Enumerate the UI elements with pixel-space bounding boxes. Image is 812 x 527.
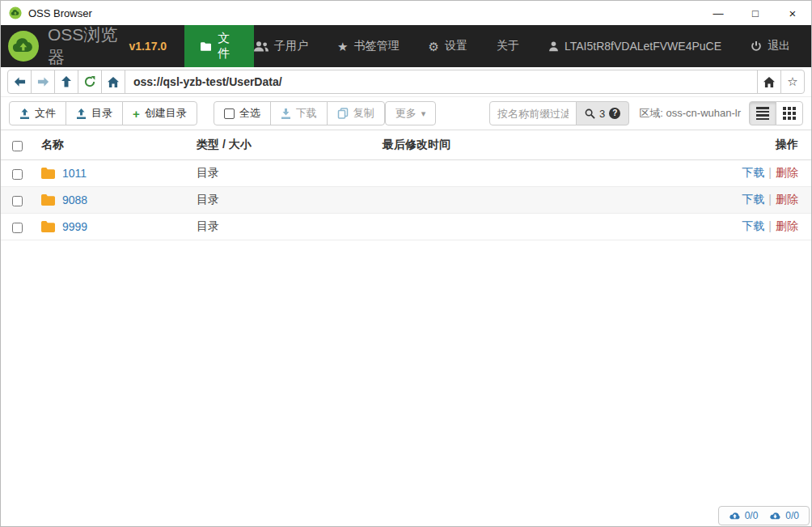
row-download-link[interactable]: 下载 — [742, 219, 764, 232]
select-all-button[interactable]: 全选 — [214, 101, 271, 125]
folder-icon — [201, 41, 211, 52]
action-separator: | — [768, 193, 772, 206]
column-header-name: 名称 — [35, 130, 190, 160]
address-bar: ☆ — [1, 67, 811, 97]
menu-item-account[interactable]: LTAI5tR8fVDALetFVWE4PuCE — [548, 40, 721, 53]
arrow-up-icon — [61, 76, 71, 87]
app-logo-icon — [9, 6, 22, 19]
brand-cloud-icon — [7, 30, 40, 62]
upload-dir-button[interactable]: 目录 — [66, 101, 123, 125]
menu-item-settings[interactable]: ⚙ 设置 — [429, 39, 467, 53]
bookmark-button[interactable]: ☆ — [780, 70, 805, 94]
help-icon: ? — [609, 108, 620, 119]
upload-icon — [76, 108, 87, 119]
back-button[interactable] — [7, 70, 32, 94]
plus-icon: + — [133, 108, 140, 120]
row-delete-link[interactable]: 删除 — [776, 166, 798, 179]
arrow-left-icon — [14, 77, 26, 87]
action-separator: | — [768, 166, 772, 179]
menu-item-subusers[interactable]: 子用户 — [254, 39, 308, 53]
menu-item-label: 退出 — [768, 39, 790, 53]
create-dir-button[interactable]: + 创建目录 — [122, 101, 197, 125]
download-tasks-chip[interactable]: 0/0 — [769, 510, 799, 521]
download-icon — [281, 108, 291, 119]
cloud-download-icon — [769, 512, 781, 521]
table-header-row: 名称 类型 / 大小 最后修改时间 操作 — [1, 130, 811, 160]
list-view-button[interactable] — [749, 101, 776, 125]
upload-dir-label: 目录 — [91, 106, 112, 121]
chevron-down-icon: ▾ — [421, 108, 426, 119]
dir-link[interactable]: 9088 — [62, 193, 87, 206]
modified-cell — [376, 160, 690, 187]
row-download-link[interactable]: 下载 — [742, 193, 764, 206]
filter-group: 3 ? — [489, 101, 629, 125]
menu-item-label: 关于 — [497, 39, 519, 53]
upload-tasks-chip[interactable]: 0/0 — [729, 510, 759, 521]
selection-button-group: 全选 下载 复制 — [214, 101, 385, 125]
more-button[interactable]: 更多 ▾ — [385, 101, 437, 125]
download-tasks-count: 0/0 — [785, 510, 799, 521]
tab-files[interactable]: 文件 — [184, 25, 254, 67]
menu-item-label: LTAI5tR8fVDALetFVWE4PuCE — [565, 40, 721, 53]
maximize-button[interactable]: □ — [737, 1, 774, 25]
upload-file-label: 文件 — [35, 106, 56, 121]
copy-button[interactable]: 复制 — [327, 101, 385, 125]
forward-button[interactable] — [31, 70, 55, 94]
table-row: 1011 目录 下载|删除 — [1, 160, 811, 187]
window-title: OSS Browser — [28, 7, 92, 19]
dir-link[interactable]: 1011 — [62, 167, 87, 180]
search-icon — [585, 108, 595, 119]
table-row: 9999 目录 下载|删除 — [1, 214, 811, 240]
menu-item-about[interactable]: 关于 — [497, 39, 519, 53]
tab-files-label: 文件 — [218, 31, 238, 62]
file-table: 名称 类型 / 大小 最后修改时间 操作 1011 目录 下载|删除 9088 — [1, 130, 811, 240]
action-separator: | — [768, 219, 772, 232]
navbar: OSS浏览器 v1.17.0 文件 子用户 ★ 书签管理 ⚙ 设置 关于 — [1, 25, 811, 67]
grid-view-button[interactable] — [776, 101, 803, 125]
folder-icon — [41, 221, 55, 232]
menu-item-label: 书签管理 — [354, 39, 400, 53]
create-dir-label: 创建目录 — [145, 106, 187, 121]
copy-label: 复制 — [353, 106, 374, 121]
modified-cell — [376, 187, 690, 214]
select-all-checkbox[interactable] — [12, 141, 23, 151]
download-button[interactable]: 下载 — [270, 101, 328, 125]
up-button[interactable] — [54, 70, 78, 94]
column-header-actions: 操作 — [690, 130, 811, 160]
power-icon — [751, 40, 762, 52]
upload-file-button[interactable]: 文件 — [9, 101, 66, 125]
arrow-right-icon — [37, 77, 49, 87]
refresh-button[interactable] — [78, 70, 102, 94]
filter-input[interactable] — [489, 101, 577, 125]
search-button[interactable]: 3 ? — [576, 101, 629, 125]
type-cell: 目录 — [190, 160, 376, 187]
menu-item-label: 设置 — [445, 39, 467, 53]
column-header-modified: 最后修改时间 — [376, 130, 690, 160]
row-checkbox[interactable] — [12, 196, 23, 206]
star-outline-icon: ☆ — [787, 74, 797, 89]
row-delete-link[interactable]: 删除 — [776, 219, 798, 232]
minimize-button[interactable]: — — [700, 1, 737, 25]
close-button[interactable]: × — [774, 1, 811, 25]
row-delete-link[interactable]: 删除 — [776, 193, 798, 206]
menu-item-bookmarks[interactable]: ★ 书签管理 — [337, 39, 399, 53]
row-download-link[interactable]: 下载 — [742, 166, 764, 179]
goto-root-button[interactable] — [757, 70, 781, 94]
home-button[interactable] — [101, 70, 125, 94]
search-count: 3 — [599, 108, 605, 120]
navbar-menu: 子用户 ★ 书签管理 ⚙ 设置 关于 LTAI5tR8fVDALetFVWE4P… — [254, 39, 811, 53]
row-checkbox[interactable] — [12, 169, 23, 180]
copy-icon — [337, 108, 349, 119]
row-checkbox[interactable] — [12, 223, 23, 233]
menu-item-logout[interactable]: 退出 — [751, 39, 790, 53]
select-all-label: 全选 — [239, 106, 260, 121]
refresh-icon — [84, 76, 95, 87]
table-row: 9088 目录 下载|删除 — [1, 187, 811, 214]
gear-icon: ⚙ — [429, 40, 439, 53]
dir-link[interactable]: 9999 — [62, 220, 87, 233]
type-cell: 目录 — [190, 187, 376, 214]
brand-title: OSS浏览器 — [48, 23, 121, 69]
type-cell: 目录 — [190, 214, 376, 240]
folder-icon — [41, 168, 55, 179]
address-input[interactable] — [125, 70, 758, 94]
